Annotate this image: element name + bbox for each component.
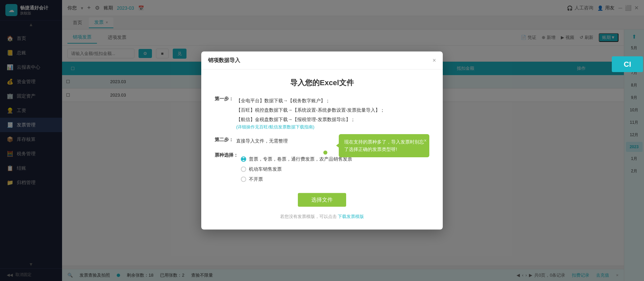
radio-label-3: 不开票	[249, 176, 263, 182]
step1-section: 第一步： 【全电平台】数据下载→【税务数字账户】； 【百旺】税控盘数据下载→【系…	[215, 96, 429, 130]
modal-main-title: 导入您的Excel文件	[215, 78, 429, 88]
step1-line2: 【百旺】税控盘数据下载→【系统设置-系统参数设置-发票批量导入】；	[236, 105, 385, 115]
step1-hint[interactable]: (详细操作见百旺/航信发票数据下载指南)	[236, 124, 385, 130]
step1-label: 第一步：	[215, 96, 233, 102]
ticket-label: 票种选择：	[215, 152, 238, 158]
radio-group: 普票，专票，卷票，通行费发票，农产品销售发票 机动车销售发票 不开票	[241, 156, 352, 182]
step1-line1: 【全电平台】数据下载→【税务数字账户】；	[236, 96, 385, 105]
select-file-button[interactable]: 选择文件	[298, 193, 346, 207]
radio-option-1[interactable]: 普票，专票，卷票，通行费发票，农产品销售发票	[241, 156, 352, 162]
radio-circle-3	[241, 177, 246, 182]
modal-header: 销项数据导入 ×	[201, 52, 443, 70]
radio-label-2: 机动车销售发票	[249, 166, 282, 172]
footer-text: 若您没有发票模版，可以点击	[280, 214, 337, 219]
step2-text: 直接导入文件，无需整理	[236, 138, 288, 144]
radio-label-1: 普票，专票，卷票，通行费发票，农产品销售发票	[249, 156, 352, 162]
modal-title: 销项数据导入	[208, 57, 240, 64]
tooltip-text: 现在支持的票种多了，导入发票时别忘了选择正确的发票类型呀!	[344, 139, 424, 152]
radio-option-3[interactable]: 不开票	[241, 176, 352, 182]
step2-label: 第二步：	[215, 137, 233, 143]
radio-circle-1	[241, 157, 246, 162]
ci-badge: CI	[612, 56, 643, 72]
radio-option-2[interactable]: 机动车销售发票	[241, 166, 352, 172]
modal-close-button[interactable]: ×	[432, 57, 436, 64]
modal-footer: 若您没有发票模版，可以点击 下载发票模版	[215, 214, 429, 220]
download-template-link[interactable]: 下载发票模版	[338, 214, 364, 219]
step1-line3: 【航信】金税盘数据下载→【报税管理-发票数据导出】；	[236, 115, 385, 124]
ticket-selection-section: 票种选择： 普票，专票，卷票，通行费发票，农产品销售发票 机动车销售发票 不开票	[215, 152, 429, 186]
tooltip-close-button[interactable]: ×	[424, 137, 427, 144]
tooltip-popup: × 现在支持的票种多了，导入发票时别忘了选择正确的发票类型呀!	[339, 134, 429, 157]
guide-link[interactable]: 百旺/航信发票数据下载指南	[259, 124, 313, 129]
tooltip-dot	[323, 151, 327, 155]
radio-circle-2	[241, 167, 246, 172]
